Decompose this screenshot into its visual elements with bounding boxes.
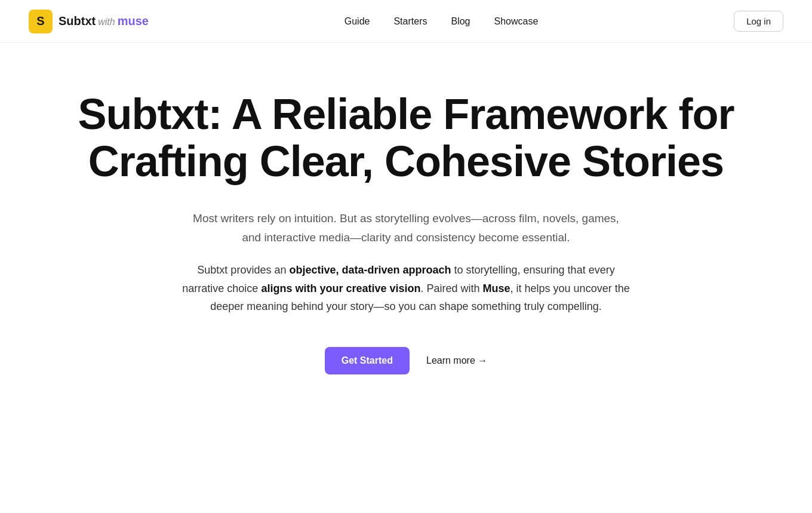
logo-brand-name: Subtxt bbox=[59, 14, 96, 28]
hero-body-muse: Muse bbox=[483, 282, 510, 294]
hero-body-bold2: aligns with your creative vision bbox=[261, 282, 420, 294]
main-nav: Guide Starters Blog Showcase bbox=[345, 16, 539, 27]
login-button[interactable]: Log in bbox=[734, 11, 783, 32]
cta-area: Get Started Learn more → bbox=[325, 347, 488, 374]
nav-guide[interactable]: Guide bbox=[345, 16, 370, 27]
nav-blog[interactable]: Blog bbox=[451, 16, 470, 27]
nav-showcase[interactable]: Showcase bbox=[494, 16, 538, 27]
logo[interactable]: S Subtxt with muse bbox=[29, 10, 149, 33]
hero-body-mid2: . Paired with bbox=[420, 282, 482, 294]
nav-starters[interactable]: Starters bbox=[393, 16, 427, 27]
hero-body-bold1: objective, data-driven approach bbox=[289, 264, 451, 276]
hero-body: Subtxt provides an objective, data-drive… bbox=[179, 261, 633, 316]
hero-subtitle: Most writers rely on intuition. But as s… bbox=[191, 209, 621, 247]
hero-body-prefix: Subtxt provides an bbox=[197, 264, 289, 276]
get-started-button[interactable]: Get Started bbox=[325, 347, 410, 374]
logo-with-text: with bbox=[98, 17, 115, 27]
logo-muse-text: muse bbox=[118, 14, 149, 28]
learn-more-link[interactable]: Learn more → bbox=[426, 355, 487, 366]
hero-title: Subtxt: A Reliable Framework for Craftin… bbox=[78, 91, 734, 185]
logo-icon: S bbox=[29, 10, 53, 33]
